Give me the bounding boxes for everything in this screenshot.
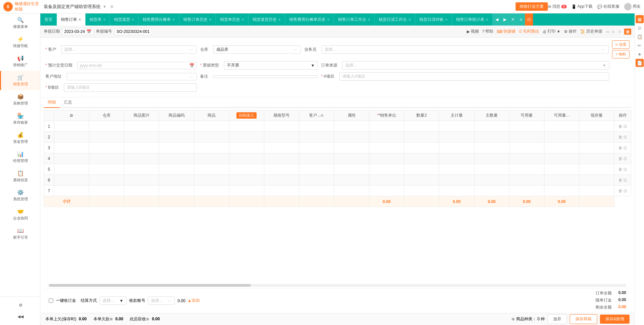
row-spec[interactable]	[264, 186, 299, 196]
tab-sales-order[interactable]: 销售订单 ✕	[57, 13, 85, 26]
tab-close-icon[interactable]: ✕	[131, 18, 134, 22]
delete-icon[interactable]: 🗑	[618, 135, 622, 139]
row-qty2[interactable]	[404, 175, 439, 186]
row-product[interactable]	[194, 121, 229, 132]
note-input[interactable]	[213, 75, 318, 78]
save-new-button[interactable]: 保存&新增	[600, 315, 630, 324]
warehouse-ellipsis[interactable]: ···	[293, 47, 298, 52]
col-main-unit-header[interactable]: 主计量	[439, 110, 474, 121]
system-settings-icon[interactable]: ⚙	[110, 4, 114, 9]
row-product-code[interactable]	[159, 121, 194, 132]
row-product-code[interactable]	[159, 153, 194, 164]
row-sales-unit[interactable]	[369, 175, 404, 186]
sidebar-item-marketing[interactable]: 📢 营销推广	[0, 52, 40, 71]
staff-ellipsis[interactable]: ···	[600, 47, 606, 52]
row-product[interactable]	[194, 175, 229, 186]
row-spec[interactable]	[264, 143, 299, 153]
row-main-unit[interactable]	[439, 175, 474, 186]
row-attribute[interactable]	[334, 164, 369, 175]
row-product[interactable]	[194, 143, 229, 153]
row-customer-no[interactable]	[299, 143, 334, 153]
operation-btn[interactable]: ⚙ 操作	[564, 29, 577, 34]
row-qty2[interactable]	[404, 132, 439, 143]
settings-button[interactable]: ⊙ 设置	[612, 40, 630, 49]
row-main-unit[interactable]	[439, 153, 474, 164]
row-warehouse[interactable]	[89, 153, 124, 164]
row-sales-unit[interactable]	[369, 164, 404, 175]
tab-expense-history[interactable]: 销售费用分摊单历史 ✕	[285, 13, 334, 26]
tab-close-icon[interactable]: ✕	[103, 18, 106, 22]
tab-return-history[interactable]: 销货退货历史 ✕	[249, 13, 285, 26]
sidebar-item-basic[interactable]: 📋 基础信息	[0, 167, 40, 186]
row-product-code[interactable]	[159, 143, 194, 153]
col-available-qty-header[interactable]: 可用量	[509, 110, 544, 121]
row-main-qty[interactable]	[474, 175, 509, 186]
address-input[interactable]: ···	[67, 73, 197, 80]
row-warehouse[interactable]	[89, 121, 124, 132]
message-item[interactable]: ✉ 消息 9	[548, 4, 567, 9]
tab-close-icon[interactable]: ✕	[278, 18, 281, 22]
tab-close-icon[interactable]: ✕	[368, 18, 370, 22]
delete-icon[interactable]: 🗑	[618, 146, 622, 150]
user-item[interactable]: 用友	[624, 3, 641, 10]
customer-ellipsis[interactable]: ···	[188, 47, 194, 52]
col-product-code-header[interactable]: 商品编码	[159, 110, 194, 121]
row-main-unit[interactable]	[439, 132, 474, 143]
right-icon-5[interactable]: ★	[636, 50, 644, 58]
sidebar-item-finance[interactable]: 💰 资金管理	[0, 128, 40, 148]
sidebar-item-enterprise[interactable]: 🤝 企业协同	[0, 205, 40, 224]
app-download-item[interactable]: 📱 App下载	[571, 4, 593, 9]
delete-icon[interactable]: 🗑	[618, 178, 622, 182]
delete-icon[interactable]: 🗑	[618, 189, 622, 193]
delete-icon[interactable]: 🗑	[618, 167, 622, 172]
no-field[interactable]: SO-20230324-001	[114, 28, 152, 35]
row-product[interactable]	[194, 153, 229, 164]
copy-icon[interactable]: ⊡	[623, 124, 627, 129]
tab-detail[interactable]: 明细	[44, 97, 60, 108]
tab-close-icon[interactable]: ✕	[209, 18, 212, 22]
one-key-checkbox[interactable]	[49, 298, 53, 303]
row-warehouse[interactable]	[89, 132, 124, 143]
customer-input[interactable]: 选择... ···	[61, 45, 197, 54]
scan-button[interactable]: 扫码录入	[236, 112, 257, 119]
print-dropdown-icon[interactable]: ▼	[557, 29, 561, 34]
row-main-unit[interactable]	[439, 143, 474, 153]
row-attribute[interactable]	[334, 121, 369, 132]
row-attribute[interactable]	[334, 186, 369, 196]
sidebar-item-guide[interactable]: 📖 新手引导	[0, 224, 40, 243]
row-customer-no[interactable]	[299, 153, 334, 164]
tab-menu-btn[interactable]: ≡	[517, 13, 525, 26]
row-customer-no[interactable]	[299, 186, 334, 196]
account-select[interactable]: 选择... ···	[148, 296, 175, 305]
settlement-select[interactable]: 选择... ▼	[100, 296, 126, 305]
card-view-icon[interactable]: ▦	[624, 29, 631, 35]
delete-icon[interactable]: 🗑	[618, 124, 622, 129]
right-icon-2[interactable]: ⊙	[636, 24, 644, 32]
row-spec[interactable]	[264, 175, 299, 186]
row-attribute[interactable]	[334, 153, 369, 164]
profit-btn[interactable]: © 毛利预估	[519, 29, 539, 34]
sidebar-item-management[interactable]: 📊 经营管理	[0, 148, 40, 167]
list-view-icon[interactable]: ≡	[618, 29, 621, 34]
row-main-unit[interactable]	[439, 186, 474, 196]
copy-icon[interactable]: ⊡	[623, 135, 627, 139]
right-icon-4[interactable]: ✏	[636, 41, 644, 49]
tab-sales-history[interactable]: 销售订单历史 ✕	[179, 13, 216, 26]
row-product-code[interactable]	[159, 175, 194, 186]
col-qty2-header[interactable]: 数量2	[404, 110, 439, 121]
sidebar-item-system[interactable]: ⚙️ 系统管理	[0, 186, 40, 205]
right-icon-1[interactable]: ▦	[636, 15, 644, 23]
warehouse-input[interactable]: 成品库 ···	[213, 45, 301, 54]
row-attribute[interactable]	[334, 143, 369, 153]
view-btn[interactable]: ▶ 视频	[467, 29, 479, 34]
tab-close-icon[interactable]: ✕	[78, 18, 81, 22]
col-attribute-header[interactable]: 属性	[334, 110, 369, 121]
row-warehouse[interactable]	[89, 164, 124, 175]
row-main-unit[interactable]	[439, 164, 474, 175]
copy-icon[interactable]: ⊡	[623, 156, 627, 161]
tab-cash-daily[interactable]: 钱货日清工作台 ✕	[375, 13, 415, 26]
staff-input[interactable]: 选择... ···	[321, 45, 609, 54]
online-support-item[interactable]: 💬 在线客服	[597, 4, 619, 9]
invoice-select[interactable]: 不开票 ▼	[224, 61, 318, 70]
row-spec[interactable]	[264, 164, 299, 175]
